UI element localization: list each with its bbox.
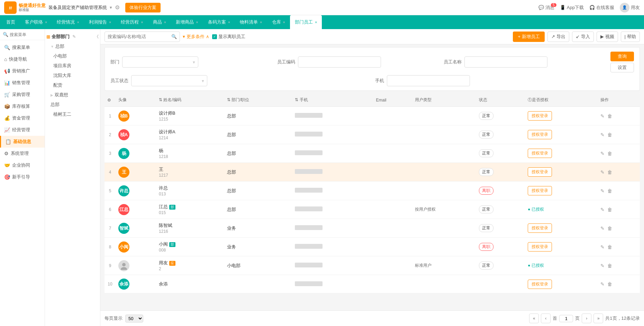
page-number-input[interactable] — [559, 315, 573, 322]
tab-close-icon[interactable]: × — [141, 20, 143, 24]
delete-icon[interactable]: 🗑 — [607, 151, 612, 156]
tab-close-icon[interactable]: × — [260, 20, 262, 24]
delete-icon[interactable]: 🗑 — [607, 281, 612, 287]
nav-tab-经营历程[interactable]: 经营历程× — [116, 15, 148, 29]
col-name-code[interactable]: ⇅ 姓名/编码 — [156, 94, 224, 107]
auth-btn[interactable]: 授权登录 — [528, 167, 552, 177]
system-dropdown-arrow[interactable]: ▾ — [110, 5, 112, 10]
gear-icon[interactable]: ⚙ — [115, 4, 120, 11]
collapse-dept-icon[interactable]: 《 — [94, 34, 99, 40]
delete-icon[interactable]: 🗑 — [607, 113, 612, 119]
tab-close-icon[interactable]: × — [109, 20, 111, 24]
nav-tab-部门员工[interactable]: 部门员工× — [290, 15, 322, 29]
experience-btn[interactable]: 体验行业方案 — [125, 3, 161, 12]
dept-tree-item-zhishu[interactable]: 植树王二 — [45, 109, 100, 119]
user-menu[interactable]: 👤 用友 — [620, 3, 640, 12]
col-dept-pos[interactable]: ⇅ 部门/职位 — [224, 94, 292, 107]
col-settings[interactable]: ⚙ — [105, 94, 116, 107]
auth-btn[interactable]: 授权登录 — [528, 223, 552, 233]
dept-all-item[interactable]: ⊞ 全部部门 ✎ 《 — [45, 32, 100, 42]
dept-tree-item-zongbu-parent[interactable]: ▼ 总部 — [45, 42, 100, 51]
tab-close-icon[interactable]: × — [283, 20, 285, 24]
tab-close-icon[interactable]: × — [164, 20, 166, 24]
auth-btn[interactable]: 授权登录 — [528, 242, 552, 252]
first-page-btn[interactable]: « — [529, 314, 539, 323]
dept-tree-item-xiangmukufang[interactable]: 项目库房 — [45, 61, 100, 71]
tab-close-icon[interactable]: × — [315, 20, 317, 24]
phone-input[interactable] — [387, 75, 470, 86]
online-service-btn[interactable]: 🎧 在线客服 — [589, 5, 614, 11]
edit-icon[interactable]: ✎ — [600, 263, 605, 268]
auth-btn[interactable]: 授权登录 — [528, 149, 552, 158]
nav-tab-首页[interactable]: 首页 — [1, 15, 20, 29]
delete-icon[interactable]: 🗑 — [607, 132, 612, 138]
auth-btn[interactable]: 授权登录 — [528, 280, 552, 289]
auth-btn[interactable]: 授权登录 — [528, 130, 552, 139]
sidebar-item-搜索菜单[interactable]: 🔍搜索菜单 — [0, 42, 45, 53]
nav-tab-条码方案[interactable]: 条码方案× — [203, 15, 235, 29]
search-input[interactable] — [108, 34, 170, 39]
edit-icon[interactable]: ✎ — [600, 207, 605, 212]
delete-icon[interactable]: 🗑 — [607, 207, 612, 212]
edit-icon[interactable]: ✎ — [600, 244, 605, 250]
delete-icon[interactable]: 🗑 — [607, 169, 612, 175]
auth-btn[interactable]: 授权登录 — [528, 111, 552, 121]
more-filter-btn[interactable]: ▾ 更多条件 ∧ — [183, 34, 209, 40]
resigned-checkbox[interactable]: ✓ — [212, 34, 217, 39]
dept-tree-item-xiaodianbuf[interactable]: 小电部 — [45, 51, 100, 61]
delete-icon[interactable]: 🗑 — [607, 244, 612, 250]
sidebar-item-企业协同[interactable]: 🤝企业协同 — [0, 159, 45, 171]
sidebar-item-新手引导[interactable]: 🎯新手引导 — [0, 171, 45, 183]
show-resigned-toggle[interactable]: ✓ 显示离职员工 — [212, 34, 245, 40]
delete-icon[interactable]: 🗑 — [607, 188, 612, 194]
last-page-btn[interactable]: » — [593, 314, 603, 323]
nav-tab-利润报告[interactable]: 利润报告× — [84, 15, 116, 29]
dept-tree-item-shuanglu[interactable]: ▶ 双鹿想 — [45, 90, 100, 100]
tab-close-icon[interactable]: × — [228, 20, 230, 24]
edit-icon[interactable]: ✎ — [600, 226, 605, 231]
emp-name-input[interactable] — [464, 56, 547, 68]
per-page-select[interactable]: 50 100 — [125, 315, 143, 323]
tab-close-icon[interactable]: × — [45, 20, 47, 24]
sidebar-item-资金管理[interactable]: 💰资金管理 — [0, 112, 45, 124]
dept-select[interactable]: ▾ — [122, 56, 198, 68]
import-btn[interactable]: ↙ 导入 — [572, 32, 594, 42]
dept-tree-item-peihuo[interactable]: 配货 — [45, 80, 100, 90]
sidebar-item-库存核算[interactable]: 📦库存核算 — [0, 100, 45, 112]
emp-code-input[interactable] — [298, 56, 381, 68]
delete-icon[interactable]: 🗑 — [607, 226, 612, 231]
sidebar-item-采购管理[interactable]: 🛒采购管理 — [0, 89, 45, 100]
next-page-btn[interactable]: › — [582, 314, 591, 323]
tab-close-icon[interactable]: × — [196, 20, 198, 24]
search-btn[interactable]: 查询 — [610, 52, 634, 61]
edit-icon[interactable]: ✎ — [600, 188, 605, 194]
nav-tab-仓库[interactable]: 仓库× — [267, 15, 290, 29]
messages-btn[interactable]: 💬 消息 5 — [538, 5, 554, 11]
video-btn[interactable]: ▶ 视频 — [597, 32, 618, 42]
tab-close-icon[interactable]: × — [77, 20, 79, 24]
dept-tree-item-zongbu2[interactable]: 总部 — [45, 100, 100, 109]
nav-tab-物料清单[interactable]: 物料清单× — [235, 15, 267, 29]
export-btn[interactable]: ↗ 导出 — [547, 32, 569, 42]
edit-icon[interactable]: ✎ — [600, 113, 605, 119]
prev-page-btn[interactable]: ‹ — [541, 314, 551, 323]
help-btn[interactable]: | 帮助 — [621, 32, 640, 42]
search-submit-icon[interactable]: 🔍 — [171, 34, 177, 39]
emp-status-select[interactable]: ▾ — [131, 75, 207, 86]
sidebar-item-营销推广[interactable]: 📢营销推广 — [0, 65, 45, 77]
sidebar-item-基础信息[interactable]: 📋基础信息 — [0, 136, 45, 148]
edit-icon[interactable]: ✎ — [600, 151, 605, 156]
nav-tab-新增商品[interactable]: 新增商品× — [171, 15, 203, 29]
edit-dept-icon[interactable]: ✎ — [72, 34, 76, 39]
add-employee-btn[interactable]: + 新增员工 — [513, 32, 544, 42]
sidebar-item-快捷导航[interactable]: ⌂快捷导航 — [0, 53, 45, 65]
col-phone[interactable]: ⇅ 手机 — [292, 94, 373, 107]
reset-btn[interactable]: 设置 — [610, 63, 634, 72]
sidebar-item-经营管理[interactable]: 📈经营管理 — [0, 124, 45, 136]
sidebar-item-销售管理[interactable]: 📊销售管理 — [0, 77, 45, 89]
nav-tab-经营情况[interactable]: 经营情况× — [52, 15, 84, 29]
edit-icon[interactable]: ✎ — [600, 169, 605, 175]
auth-btn[interactable]: 授权登录 — [528, 186, 552, 195]
sidebar-item-系统管理[interactable]: ⚙系统管理 — [0, 148, 45, 159]
nav-tab-客户联络[interactable]: 客户联络× — [20, 15, 52, 29]
